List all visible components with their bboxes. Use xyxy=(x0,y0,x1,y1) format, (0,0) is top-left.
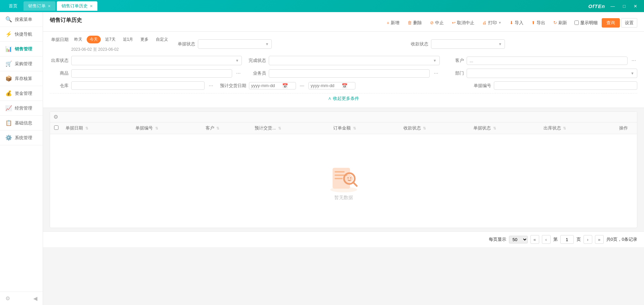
complete-status-select[interactable]: ▼ xyxy=(269,56,439,65)
tab-sales-order[interactable]: 销售订单 ✕ xyxy=(24,1,55,11)
receipt-status-select[interactable]: ▼ xyxy=(431,39,505,49)
date-btn-more[interactable]: 更多 xyxy=(137,36,152,43)
date-btn-custom[interactable]: 自定义 xyxy=(153,36,171,43)
btn-cancel-stop[interactable]: ↩ 取消中止 xyxy=(448,18,478,27)
date-btn-today[interactable]: 今天 xyxy=(87,36,101,43)
btn-print[interactable]: 🖨 打印 ▼ xyxy=(479,18,505,27)
top-bar: 首页 销售订单 ✕ 销售订单历史 ✕ OfTEn — □ ✕ xyxy=(0,0,644,12)
date-btn-yesterday[interactable]: 昨天 xyxy=(71,36,85,43)
bill-no-input[interactable] xyxy=(494,81,637,90)
th-amount-sort[interactable]: ⇅ xyxy=(353,126,356,130)
th-bill-no-sort[interactable]: ⇅ xyxy=(155,126,158,130)
minimize-btn[interactable]: — xyxy=(608,3,617,9)
th-date-sort[interactable]: ⇅ xyxy=(85,126,88,130)
svg-rect-4 xyxy=(335,178,343,179)
jump-suffix: 页 xyxy=(576,236,581,242)
salesperson-dots[interactable]: ··· xyxy=(432,70,439,76)
date-btn-7days[interactable]: 近7天 xyxy=(102,36,119,43)
filter-row-2: 出库状态 ▼ 完成状态 ▼ 客户 ··· xyxy=(50,56,637,65)
main-layout: 🔍 搜索菜单 ⚡ 快捷导航 📊 销售管理 🛒 采购管理 📦 库存核算 💰 资金管… xyxy=(0,12,644,305)
btn-print-label: 打印 xyxy=(488,20,497,26)
table-settings-icon[interactable]: ⚙ xyxy=(53,114,58,120)
close-btn[interactable]: ✕ xyxy=(631,3,640,9)
tab-sales-order-close[interactable]: ✕ xyxy=(48,4,51,8)
cal-from-icon[interactable]: 📅 xyxy=(282,83,288,88)
product-dots[interactable]: ··· xyxy=(235,70,242,76)
btn-delete-label: 删除 xyxy=(413,20,422,26)
filter-bill-status: 单据状态 ▼ xyxy=(176,39,404,49)
date-btn-1month[interactable]: 近1月 xyxy=(120,36,136,43)
customer-dots[interactable]: ··· xyxy=(630,58,637,64)
btn-settings[interactable]: 设置 xyxy=(621,18,637,28)
bill-status-select[interactable]: ▼ xyxy=(198,39,272,49)
sidebar-item-finance[interactable]: 💰 资金管理 xyxy=(0,86,43,101)
btn-export[interactable]: ⬆ 导出 xyxy=(528,18,549,27)
th-expected-delivery-sort[interactable]: ⇅ xyxy=(278,126,281,130)
warehouse-dots[interactable]: ··· xyxy=(207,83,214,89)
salesperson-input[interactable] xyxy=(269,69,430,78)
btn-add[interactable]: + 新增 xyxy=(383,18,403,27)
sidebar-collapse-icon[interactable]: ◀ xyxy=(33,295,37,302)
th-amount-label: 订单金额 xyxy=(333,125,351,130)
sidebar-item-sales[interactable]: 📊 销售管理 xyxy=(0,42,43,56)
btn-first-page[interactable]: « xyxy=(530,235,539,244)
product-input[interactable] xyxy=(71,69,232,78)
dept-select[interactable]: ▼ xyxy=(467,69,637,78)
refresh-icon: ↻ xyxy=(553,20,557,25)
display-toggle-checkbox[interactable] xyxy=(574,21,579,25)
empty-illustration xyxy=(325,161,362,195)
filter-dept: 部门 ▼ xyxy=(445,69,637,78)
expected-date-label: 预计交货日期 xyxy=(220,83,246,89)
sidebar-item-search[interactable]: 🔍 搜索菜单 xyxy=(0,12,43,27)
customer-input[interactable] xyxy=(467,56,628,65)
restore-btn[interactable]: □ xyxy=(620,3,628,9)
date-to-input[interactable] xyxy=(311,83,340,88)
filter-out-status: 出库状态 ▼ xyxy=(50,56,242,65)
btn-stop[interactable]: ⊘ 中止 xyxy=(427,18,447,27)
filter-receipt-status: 收款状态 ▼ xyxy=(410,39,637,49)
sidebar-settings-icon[interactable]: ⚙ xyxy=(5,295,10,302)
tab-sales-history-label: 销售订单历史 xyxy=(61,3,88,9)
warehouse-input[interactable] xyxy=(71,81,205,90)
btn-export-label: 导出 xyxy=(536,20,545,26)
sidebar-item-purchase[interactable]: 🛒 采购管理 xyxy=(0,56,43,71)
filter-salesperson: 业务员 ··· xyxy=(247,69,439,78)
display-toggle[interactable]: 显示明细 xyxy=(574,20,598,26)
nav-icon: ⚡ xyxy=(5,31,12,37)
btn-import[interactable]: ⬇ 导入 xyxy=(506,18,527,27)
select-all-checkbox[interactable] xyxy=(54,125,58,130)
collapse-bar[interactable]: ∧ 收起更多条件 xyxy=(50,93,637,104)
out-status-select[interactable]: ▼ xyxy=(71,56,242,65)
th-receipt-status-sort[interactable]: ⇅ xyxy=(423,126,426,130)
tab-sales-history[interactable]: 销售订单历史 ✕ xyxy=(57,1,97,11)
btn-next-page[interactable]: › xyxy=(584,235,592,244)
cal-to-icon[interactable]: 📅 xyxy=(342,83,347,88)
sidebar-item-operation[interactable]: 📈 经营管理 xyxy=(0,101,43,116)
page-size-select[interactable]: 20 50 100 xyxy=(509,236,528,243)
tab-sales-history-close[interactable]: ✕ xyxy=(90,4,93,8)
date-separator: — xyxy=(299,83,306,88)
sidebar-item-nav[interactable]: ⚡ 快捷导航 xyxy=(0,27,43,42)
sidebar-item-system[interactable]: ⚙️ 系统管理 xyxy=(0,130,43,145)
sidebar-item-inventory[interactable]: 📦 库存核算 xyxy=(0,71,43,86)
th-out-status-sort[interactable]: ⇅ xyxy=(563,126,566,130)
jump-prefix: 第 xyxy=(553,236,558,242)
tab-home[interactable]: 首页 xyxy=(4,1,22,11)
sidebar-item-sales-label: 销售管理 xyxy=(15,46,32,52)
th-bill-status-sort[interactable]: ⇅ xyxy=(493,126,496,130)
svg-point-8 xyxy=(347,178,348,179)
btn-refresh[interactable]: ↻ 刷新 xyxy=(550,18,570,27)
out-status-chevron: ▼ xyxy=(235,59,239,63)
btn-query[interactable]: 查询 xyxy=(602,18,620,28)
date-from-input[interactable] xyxy=(251,83,281,88)
sidebar-item-basic[interactable]: 📋 基础信息 xyxy=(0,116,43,130)
th-customer-sort[interactable]: ⇅ xyxy=(216,126,219,130)
filter-complete-status: 完成状态 ▼ xyxy=(247,56,439,65)
page-input[interactable] xyxy=(560,235,574,244)
btn-last-page[interactable]: » xyxy=(595,235,604,244)
complete-status-label: 完成状态 xyxy=(247,58,266,64)
btn-delete[interactable]: 🗑 删除 xyxy=(404,18,425,27)
page-header: 销售订单历史 + 新增 🗑 删除 ⊘ 中止 ↩ 取消中止 xyxy=(43,12,644,32)
sales-icon: 📊 xyxy=(5,46,12,52)
btn-prev-page[interactable]: ‹ xyxy=(542,235,551,244)
